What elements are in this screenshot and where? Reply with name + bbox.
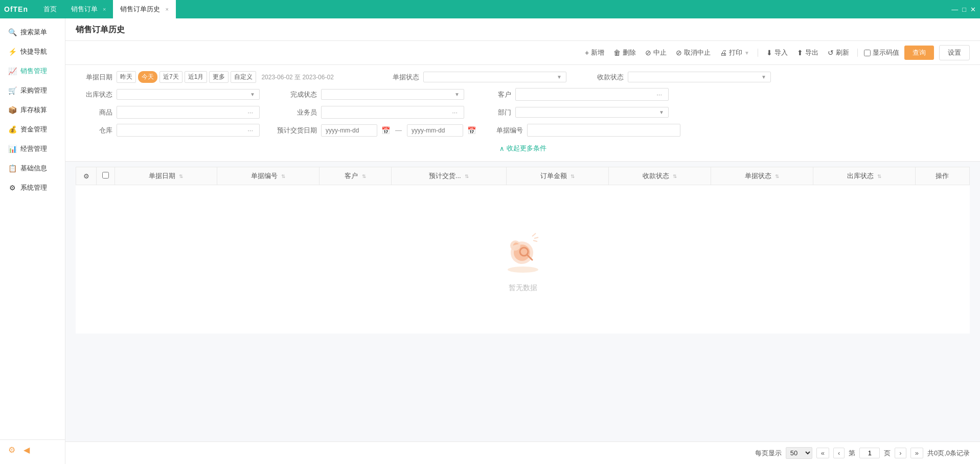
th-pay-status[interactable]: 收款状态 ⇅ <box>608 167 711 185</box>
quick-nav-icon: ⚡ <box>8 48 16 56</box>
collapse-button[interactable]: ∧ 收起更多条件 <box>76 142 970 155</box>
stop-icon: ⊘ <box>645 49 651 57</box>
new-button[interactable]: + 新增 <box>583 47 606 58</box>
table-header-row: ⚙ 单据日期 ⇅ 单据编号 ⇅ <box>76 167 970 185</box>
collapse-sidebar-icon[interactable]: ◀ <box>24 445 30 455</box>
th-order-no-sort-icon: ⇅ <box>281 173 285 179</box>
salesperson-input[interactable]: ··· <box>321 106 464 119</box>
table-area: ⚙ 单据日期 ⇅ 单据编号 ⇅ <box>65 162 980 441</box>
settings-gear-icon[interactable]: ⚙ <box>83 172 89 180</box>
query-button[interactable]: 查询 <box>904 46 934 60</box>
calendar-from-icon[interactable]: 📅 <box>381 126 390 135</box>
product-dots-icon[interactable]: ··· <box>245 108 255 116</box>
th-customer[interactable]: 客户 ⇅ <box>320 167 392 185</box>
maximize-icon[interactable]: □ <box>962 6 966 13</box>
out-status-select[interactable]: ▼ <box>117 89 260 100</box>
calendar-to-icon[interactable]: 📅 <box>467 126 476 135</box>
finance-icon: 💰 <box>8 125 16 134</box>
customer-input[interactable]: ··· <box>515 88 669 101</box>
stop-button[interactable]: ⊘ 中止 <box>643 47 669 58</box>
expected-date-from-input[interactable] <box>321 124 377 137</box>
empty-state: 暂无数据 <box>76 185 970 334</box>
th-out-status[interactable]: 出库状态 ⇅ <box>813 167 915 185</box>
last-page-button[interactable]: » <box>910 448 923 458</box>
basic-info-icon: 📋 <box>8 164 16 172</box>
sidebar-item-basic-info[interactable]: 📋 基础信息 <box>0 159 65 178</box>
tab-home[interactable]: 首页 <box>36 0 64 18</box>
tab-sales-order-history-label: 销售订单历史 <box>120 5 160 14</box>
first-page-button[interactable]: « <box>816 448 829 458</box>
show-columns-input[interactable] <box>864 50 871 56</box>
next-page-button[interactable]: › <box>895 448 906 458</box>
page-label: 页 <box>884 449 891 458</box>
show-columns-checkbox[interactable]: 显示码值 <box>864 48 899 57</box>
complete-status-select[interactable]: ▼ <box>321 89 464 100</box>
th-order-status[interactable]: 单据状态 ⇅ <box>711 167 813 185</box>
department-select[interactable]: ▼ <box>515 107 669 118</box>
cancel-stop-button[interactable]: ⊘ 取消中止 <box>674 47 713 58</box>
svg-line-8 <box>533 240 537 241</box>
delete-button[interactable]: 🗑 删除 <box>611 47 638 58</box>
sidebar-item-system[interactable]: ⚙ 系统管理 <box>0 178 65 197</box>
warehouse-dots-icon[interactable]: ··· <box>245 126 255 134</box>
salesperson-dots-icon[interactable]: ··· <box>450 108 460 116</box>
order-status-select[interactable]: ▼ <box>423 72 566 82</box>
warehouse-input[interactable]: ··· <box>117 124 260 137</box>
th-settings[interactable]: ⚙ <box>76 167 97 185</box>
tab-sales-order-history[interactable]: 销售订单历史 × <box>113 0 175 18</box>
cancel-stop-label: 取消中止 <box>684 48 711 57</box>
expected-date-to-input[interactable] <box>407 124 463 137</box>
date-btn-more[interactable]: 更多 <box>209 71 229 83</box>
th-expected-date[interactable]: 预计交货... ⇅ <box>392 167 506 185</box>
page-header: 销售订单历史 <box>65 18 980 41</box>
date-btn-1month[interactable]: 近1月 <box>185 71 208 83</box>
collapse-up-icon: ∧ <box>499 145 505 152</box>
order-no-input[interactable] <box>527 124 680 137</box>
tab-sales-order[interactable]: 销售订单 × <box>64 0 113 18</box>
close-icon[interactable]: ✕ <box>970 6 976 13</box>
import-button[interactable]: ⬇ 导入 <box>764 47 790 58</box>
cancel-stop-icon: ⊘ <box>676 49 682 57</box>
export-button[interactable]: ⬆ 导出 <box>795 47 821 58</box>
sidebar-item-finance[interactable]: 💰 资金管理 <box>0 120 65 139</box>
settings-button[interactable]: 设置 <box>939 45 970 60</box>
sidebar-item-quick-nav[interactable]: ⚡ 快捷导航 <box>0 42 65 61</box>
complete-status-arrow-icon: ▼ <box>454 92 460 97</box>
th-order-no[interactable]: 单据编号 ⇅ <box>217 167 320 185</box>
prev-page-button[interactable]: ‹ <box>833 448 845 458</box>
refresh-button[interactable]: ↺ 刷新 <box>826 47 851 58</box>
sidebar-item-business[interactable]: 📊 经营管理 <box>0 139 65 159</box>
sidebar-item-search[interactable]: 🔍 搜索菜单 <box>0 23 65 42</box>
toolbar-sep-2 <box>857 49 858 57</box>
th-date[interactable]: 单据日期 ⇅ <box>115 167 217 185</box>
order-status-filter-label: 单据状态 <box>382 73 423 82</box>
sidebar-item-sales[interactable]: 📈 销售管理 <box>0 61 65 81</box>
date-btn-7days[interactable]: 近7天 <box>159 71 183 83</box>
page-number-input[interactable] <box>859 448 880 458</box>
pay-status-select[interactable]: ▼ <box>628 72 771 82</box>
empty-illustration <box>497 226 549 277</box>
sidebar-item-inventory[interactable]: 📦 库存核算 <box>0 100 65 120</box>
date-btn-yesterday[interactable]: 昨天 <box>117 71 136 83</box>
minimize-icon[interactable]: — <box>951 6 958 13</box>
sidebar-item-purchase[interactable]: 🛒 采购管理 <box>0 81 65 100</box>
tab-sales-order-close[interactable]: × <box>103 6 106 12</box>
product-input[interactable]: ··· <box>117 106 260 119</box>
date-btn-today[interactable]: 今天 <box>138 71 157 83</box>
settings-bottom-icon[interactable]: ⚙ <box>8 445 15 455</box>
pagination: 每页显示 20 50 100 « ‹ 第 页 › » 共0页,0条记录 <box>65 441 980 464</box>
print-button[interactable]: 🖨 打印 ▼ <box>718 47 751 58</box>
select-all-checkbox[interactable] <box>102 172 109 179</box>
sidebar-bottom: ⚙ ◀ <box>0 439 65 460</box>
th-pay-status-label: 收款状态 <box>643 172 669 180</box>
th-check[interactable] <box>97 167 115 185</box>
sidebar-item-purchase-label: 采购管理 <box>20 86 47 95</box>
tab-sales-order-history-close[interactable]: × <box>165 6 168 12</box>
th-order-amount[interactable]: 订单金额 ⇅ <box>506 167 608 185</box>
app-logo: OfTEn <box>4 5 28 13</box>
page-size-select[interactable]: 20 50 100 <box>786 447 812 459</box>
th-action-label: 操作 <box>936 172 949 180</box>
customer-dots-icon[interactable]: ··· <box>654 91 664 98</box>
date-btn-custom[interactable]: 自定义 <box>231 71 256 83</box>
tab-bar: OfTEn 首页 销售订单 × 销售订单历史 × <box>4 0 951 18</box>
